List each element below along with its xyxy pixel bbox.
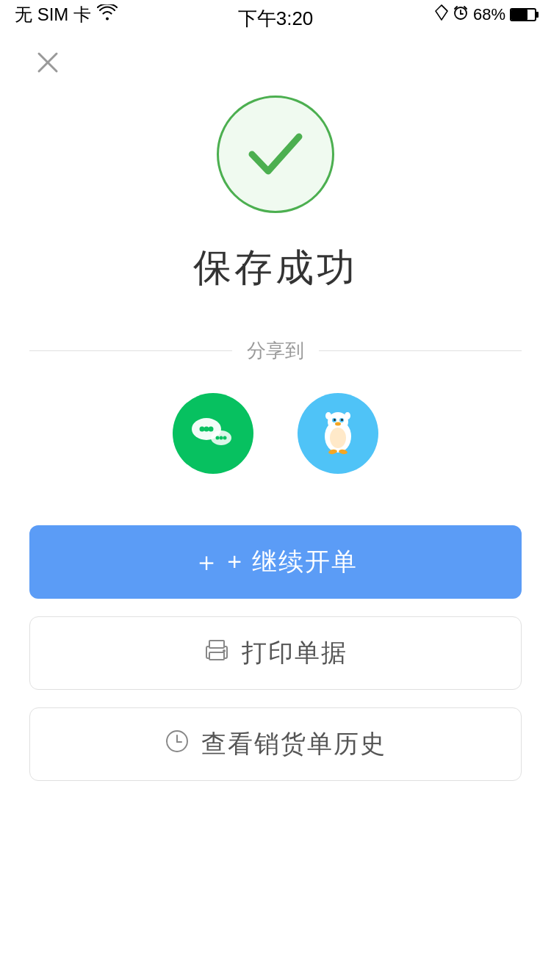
qq-logo-icon [316,410,360,457]
share-divider: 分享到 [29,338,522,364]
svg-point-20 [330,428,346,448]
battery-percent: 68% [473,5,505,24]
continue-button[interactable]: ＋ + 继续开单 [29,525,522,599]
checkmark-icon [246,131,305,179]
close-icon [36,51,60,74]
svg-point-18 [341,419,343,421]
action-buttons: ＋ + 继续开单 打印单据 [29,525,522,781]
svg-point-6 [200,427,205,432]
print-button[interactable]: 打印单据 [29,616,522,690]
svg-rect-26 [209,641,224,648]
divider-right [319,350,522,351]
svg-rect-27 [209,652,224,660]
wechat-logo-icon [189,413,237,454]
svg-point-11 [220,436,223,440]
continue-label: + 继续开单 [227,545,357,579]
history-button[interactable]: 查看销货单历史 [29,707,522,781]
main-content: 保存成功 分享到 [0,29,551,980]
success-title: 保存成功 [193,242,358,294]
svg-point-23 [325,412,331,419]
close-button[interactable] [29,44,66,81]
status-left: 无 SIM 卡 [15,3,118,26]
battery-bar [510,8,536,21]
svg-point-19 [335,422,341,426]
clock-icon [165,729,190,760]
svg-point-10 [216,436,220,440]
history-label: 查看销货单历史 [201,727,386,761]
wechat-share-button[interactable] [173,393,253,474]
location-icon [435,4,448,25]
svg-point-24 [345,412,350,419]
status-right: 68% [435,4,536,25]
svg-point-12 [223,436,227,440]
status-bar: 无 SIM 卡 下午3:20 68 [0,0,551,29]
printer-icon [204,638,230,669]
svg-point-28 [223,649,226,652]
share-label: 分享到 [247,338,304,364]
qq-share-button[interactable] [298,393,378,474]
wifi-icon [97,4,118,25]
time-display: 下午3:20 [238,6,314,32]
print-label: 打印单据 [242,636,347,670]
svg-point-7 [204,427,209,432]
battery-fill [511,10,527,20]
alarm-icon [453,4,469,25]
share-icons-row [173,393,378,474]
svg-point-17 [334,419,336,421]
success-circle [217,96,334,213]
divider-left [29,350,232,351]
plus-icon: ＋ [193,544,221,580]
svg-point-8 [209,427,214,432]
carrier-text: 无 SIM 卡 [15,3,91,26]
